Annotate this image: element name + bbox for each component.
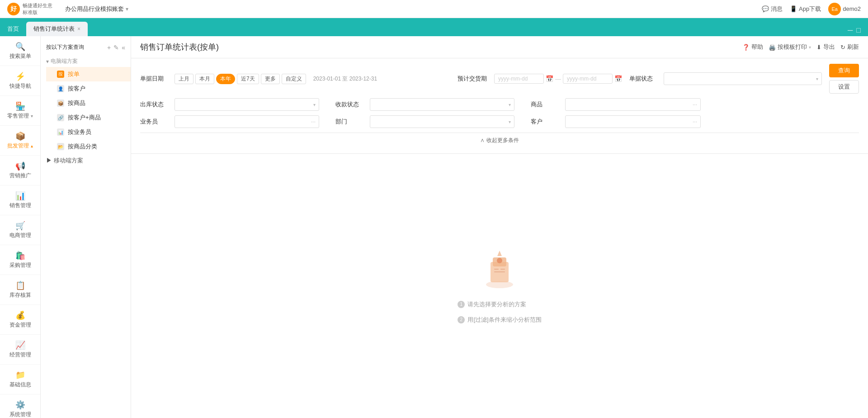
collapse-bar[interactable]: ∧ 收起更多条件 xyxy=(140,133,859,148)
message-btn[interactable]: 💬 消息 xyxy=(762,5,783,13)
query-btn[interactable]: 查询 xyxy=(829,64,859,77)
app-title-area[interactable]: 办公用品行业模拟账套 ▾ xyxy=(65,5,128,13)
staff-wrapper: ··· xyxy=(175,115,319,128)
setting-btn[interactable]: 设置 xyxy=(829,80,859,94)
print-btn[interactable]: 🖨️ 按模板打印 ▾ xyxy=(769,43,811,51)
logo-icon: 好 xyxy=(7,3,20,15)
page-title: 销售订单统计表(按单) xyxy=(140,42,219,52)
sidebar-item-wholesale[interactable]: 📦 批发管理 ▴ xyxy=(0,126,40,156)
filter-row-3: 业务员 ··· 部门 ▾ 客户 ··· xyxy=(140,115,859,128)
staff-more-icon[interactable]: ··· xyxy=(311,119,316,125)
date-btn-custom[interactable]: 自定义 xyxy=(282,74,306,84)
tab-home[interactable]: 首页 xyxy=(0,22,26,36)
scheme-by-category[interactable]: 📂 按商品分类 xyxy=(46,139,131,154)
right-panel: 销售订单统计表(按单) ❓ 帮助 🖨️ 按模板打印 ▾ ⬇ 导出 xyxy=(131,36,868,418)
scheme-by-goods[interactable]: 📦 按商品 xyxy=(46,96,131,110)
expected-date-start[interactable]: yyyy-mm-dd xyxy=(494,74,544,84)
retail-icon: 🏪 xyxy=(0,101,40,111)
ship-status-wrapper: ▾ xyxy=(175,98,319,111)
goods-select[interactable] xyxy=(565,98,701,111)
sidebar-item-marketing[interactable]: 📢 营销推广 xyxy=(0,156,40,185)
app-download-btn[interactable]: 📱 App下载 xyxy=(790,5,821,13)
scheme-by-customer[interactable]: 👤 按客户 xyxy=(46,81,131,96)
scheme-by-staff[interactable]: 📊 按业务员 xyxy=(46,125,131,139)
status-select-wrapper: ▾ xyxy=(664,72,822,85)
expected-date-end[interactable]: yyyy-mm-dd xyxy=(563,74,613,84)
sidebar-item-base[interactable]: 📁 基础信息 xyxy=(0,365,40,394)
expected-date-range: yyyy-mm-dd 📅 — yyyy-mm-dd 📅 xyxy=(494,74,622,84)
refresh-btn[interactable]: ↻ 刷新 xyxy=(840,43,859,51)
help-btn[interactable]: ❓ 帮助 xyxy=(742,43,763,51)
date-btn-last-month[interactable]: 上月 xyxy=(175,74,193,84)
main-layout: 🔍 搜索菜单 ⚡ 快捷导航 🏪 零售管理 ▾ 📦 批发管理 ▴ 📢 营销推广 📊… xyxy=(0,36,868,418)
avatar: Ea xyxy=(828,3,841,15)
staff-label: 业务员 xyxy=(140,118,167,126)
download-icon: 📱 xyxy=(790,5,797,12)
tab-minimize-icon[interactable]: ─ xyxy=(848,26,853,34)
left-panel-title: 按以下方案查询 xyxy=(46,43,84,51)
sidebar-item-search[interactable]: 🔍 搜索菜单 xyxy=(0,36,40,66)
export-btn[interactable]: ⬇ 导出 xyxy=(816,43,835,51)
by-customer-icon: 👤 xyxy=(57,85,64,92)
sidebar-item-system[interactable]: ⚙️ 系统管理 xyxy=(0,394,40,418)
ship-status-select[interactable] xyxy=(175,98,319,111)
pay-status-wrapper: ▾ xyxy=(370,98,514,111)
add-scheme-icon[interactable]: + xyxy=(107,44,111,51)
goods-more-icon[interactable]: ··· xyxy=(693,101,697,108)
sidebar-item-finance[interactable]: 💰 资金管理 xyxy=(0,305,40,335)
collapse-panel-icon[interactable]: « xyxy=(122,44,125,51)
sidebar-item-operations[interactable]: 📈 经营管理 xyxy=(0,335,40,365)
sidebar-item-purchase[interactable]: 🛍️ 采购管理 xyxy=(0,245,40,275)
customer-more-icon[interactable]: ··· xyxy=(693,119,697,125)
by-order-icon: 按 xyxy=(57,71,64,78)
sidebar-item-retail[interactable]: 🏪 零售管理 ▾ xyxy=(0,96,40,126)
sidebar-item-quicknav[interactable]: ⚡ 快捷导航 xyxy=(0,66,40,96)
right-filters-row1: 预计交货期 yyyy-mm-dd 📅 — yyyy-mm-dd 📅 xyxy=(458,64,859,94)
sidebar-item-inventory[interactable]: 📋 库存核算 xyxy=(0,275,40,305)
wholesale-icon: 📦 xyxy=(0,131,40,141)
goods-label: 商品 xyxy=(531,100,558,109)
marketing-icon: 📢 xyxy=(0,161,40,171)
goods-wrapper: ··· xyxy=(565,98,701,111)
tab-maximize-icon[interactable]: □ xyxy=(856,26,861,34)
date-btn-this-month[interactable]: 本月 xyxy=(195,74,214,84)
date-btn-this-year[interactable]: 本年 xyxy=(216,74,235,84)
tab-actions: ─ □ xyxy=(848,26,868,36)
customer-select[interactable] xyxy=(565,115,701,128)
sales-icon: 📊 xyxy=(0,191,40,201)
pay-status-select[interactable] xyxy=(370,98,514,111)
message-icon: 💬 xyxy=(762,5,769,12)
pc-section-label: ▾ 电脑端方案 xyxy=(41,56,131,67)
dept-select[interactable] xyxy=(370,115,514,128)
page-header: 销售订单统计表(按单) ❓ 帮助 🖨️ 按模板打印 ▾ ⬇ 导出 xyxy=(131,36,868,58)
date-range-text: 2023-01-01 至 2023-12-31 xyxy=(313,75,377,83)
tab-sales-stat[interactable]: 销售订单统计表 × xyxy=(26,22,88,36)
empty-step-1: 1 请先选择要分析的方案 xyxy=(458,299,541,310)
app-title-dropdown-icon[interactable]: ▾ xyxy=(126,6,128,12)
edit-scheme-icon[interactable]: ✎ xyxy=(113,44,119,51)
sidebar-item-ecommerce[interactable]: 🛒 电商管理 xyxy=(0,215,40,245)
status-select[interactable] xyxy=(664,72,822,85)
calendar-end-icon[interactable]: 📅 xyxy=(614,75,622,82)
date-btn-7days[interactable]: 近7天 xyxy=(237,74,259,84)
date-dash: — xyxy=(555,76,561,82)
empty-illustration xyxy=(477,246,522,291)
staff-select[interactable] xyxy=(175,115,319,128)
date-btn-group: 上月 本月 本年 近7天 更多 自定义 xyxy=(175,74,306,84)
empty-text: 1 请先选择要分析的方案 2 用[过滤]条件来缩小分析范围 xyxy=(458,299,541,326)
tab-close-icon[interactable]: × xyxy=(77,26,80,32)
help-icon: ❓ xyxy=(742,44,750,51)
calendar-start-icon[interactable]: 📅 xyxy=(546,75,553,82)
collapse-label: ∧ 收起更多条件 xyxy=(480,137,519,143)
empty-step-2: 2 用[过滤]条件来缩小分析范围 xyxy=(458,314,541,326)
print-dropdown-icon[interactable]: ▾ xyxy=(809,45,811,50)
scheme-by-customer-goods[interactable]: 🔗 按客户+商品 xyxy=(46,110,131,125)
sidebar: 🔍 搜索菜单 ⚡ 快捷导航 🏪 零售管理 ▾ 📦 批发管理 ▴ 📢 营销推广 📊… xyxy=(0,36,41,418)
scheme-by-order[interactable]: 按 按单 xyxy=(46,67,131,81)
date-btn-more[interactable]: 更多 xyxy=(261,74,280,84)
user-area[interactable]: Ea demo2 xyxy=(828,3,861,15)
mobile-section[interactable]: ▶ 移动端方案 xyxy=(41,154,131,167)
sidebar-item-sales[interactable]: 📊 销售管理 xyxy=(0,185,40,215)
filter-area: 单据日期 上月 本月 本年 近7天 更多 自定义 2023-01-01 至 20… xyxy=(131,58,868,154)
refresh-icon: ↻ xyxy=(840,44,845,51)
